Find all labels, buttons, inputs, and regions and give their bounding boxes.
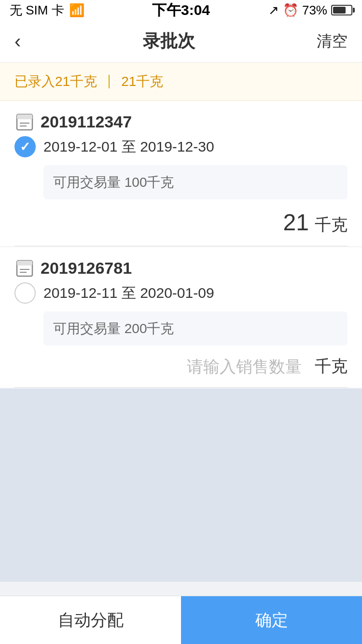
nav-bar: ‹ 录批次 清空 <box>0 20 362 63</box>
bottom-bar: 自动分配 确定 <box>0 596 362 644</box>
batch1-date: 2019-12-01 至 2019-12-30 <box>43 137 214 157</box>
confirm-button[interactable]: 确定 <box>181 596 362 644</box>
alarm-icon: ⏰ <box>283 3 298 18</box>
batch1-header: 2019112347 <box>14 112 348 131</box>
batch2-date: 2019-12-11 至 2020-01-09 <box>43 283 214 303</box>
battery-percent: 73% <box>302 3 327 18</box>
batch2-qty-box: 可用交易量 200千克 <box>43 311 348 346</box>
recorded-amount-value: 21千克 <box>121 72 163 91</box>
batch1-divider <box>14 246 348 246</box>
svg-rect-5 <box>17 261 32 266</box>
batch2-qty-text: 可用交易量 200千克 <box>53 321 174 336</box>
batch2-date-row[interactable]: 2019-12-11 至 2020-01-09 <box>14 282 348 304</box>
batch2-doc-icon <box>14 259 35 278</box>
batch1-amount: 21 <box>283 209 309 236</box>
status-bar: 无 SIM 卡 📶 下午3:04 ↗ ⏰ 73% <box>0 0 362 20</box>
batch2-header: 2019126781 <box>14 259 348 278</box>
auto-distribute-button[interactable]: 自动分配 <box>0 596 181 644</box>
batch1-date-row[interactable]: 2019-12-01 至 2019-12-30 <box>14 136 348 157</box>
batch2-id: 2019126781 <box>41 259 132 278</box>
quantity-input[interactable] <box>164 357 309 376</box>
batch2-unit: 千克 <box>315 355 348 378</box>
page-title: 录批次 <box>143 29 195 53</box>
wifi-icon: 📶 <box>69 3 84 18</box>
back-button[interactable]: ‹ <box>14 30 21 52</box>
batch1-qty-text: 可用交易量 100千克 <box>53 175 174 190</box>
batch2-radio[interactable] <box>14 282 36 304</box>
info-banner: 已录入21千克 21千克 <box>0 63 362 101</box>
batch1-amount-row: 21 千克 <box>0 199 362 246</box>
batch-item-1: 2019112347 2019-12-01 至 2019-12-30 可用交易量… <box>0 101 362 246</box>
status-right: ↗ ⏰ 73% <box>268 3 352 18</box>
batch1-qty-box: 可用交易量 100千克 <box>43 165 348 199</box>
batch2-divider <box>14 387 348 388</box>
empty-area <box>0 389 362 582</box>
batch1-unit: 千克 <box>315 214 348 236</box>
batch1-doc-icon <box>14 113 35 131</box>
status-time: 下午3:04 <box>152 0 210 20</box>
batch1-id: 2019112347 <box>41 112 132 131</box>
status-left: 无 SIM 卡 📶 <box>10 2 84 19</box>
batch1-radio[interactable] <box>14 136 36 157</box>
batch-item-2: 2019126781 2019-12-11 至 2020-01-09 可用交易量… <box>0 247 362 388</box>
location-icon: ↗ <box>268 3 279 18</box>
svg-rect-1 <box>17 114 32 119</box>
recorded-amount-label: 已录入21千克 <box>14 72 97 91</box>
clear-button[interactable]: 清空 <box>317 31 348 52</box>
banner-divider <box>109 75 110 88</box>
sim-text: 无 SIM 卡 <box>10 2 64 19</box>
batch2-input-row[interactable]: 千克 <box>0 346 362 387</box>
battery-icon <box>331 5 352 15</box>
